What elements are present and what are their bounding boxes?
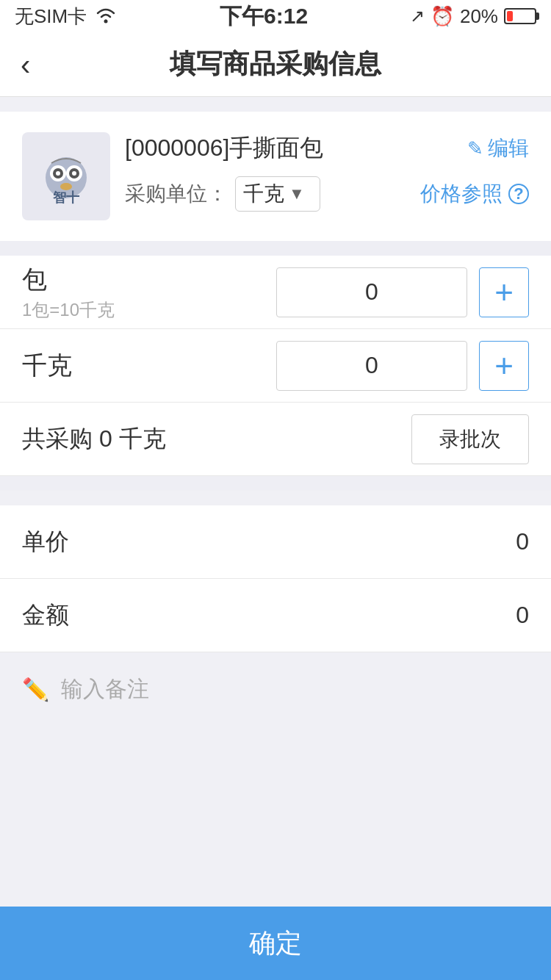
- amount-label: 金额: [22, 599, 69, 632]
- edit-label: 编辑: [488, 134, 529, 162]
- price-ref-button[interactable]: 价格参照 ?: [420, 180, 529, 208]
- kg-label: 千克: [22, 349, 125, 383]
- status-left: 无SIM卡: [15, 4, 118, 29]
- status-time: 下午6:12: [220, 1, 308, 32]
- unit-price-value: 0: [516, 528, 529, 555]
- svg-point-6: [56, 171, 60, 176]
- pencil-icon: ✏️: [22, 677, 49, 702]
- carrier-text: 无SIM卡: [15, 4, 87, 29]
- svg-point-8: [60, 183, 72, 190]
- price-section: 单价 0 金额 0: [0, 505, 551, 652]
- bao-number-input[interactable]: 0: [276, 267, 467, 317]
- amount-value: 0: [516, 602, 529, 629]
- summary-text: 共采购 0 千克: [22, 423, 166, 455]
- page-title: 填写商品采购信息: [170, 46, 381, 82]
- location-icon: ↗: [410, 6, 425, 26]
- kg-input-control: 0 +: [125, 341, 529, 391]
- bao-label-sub: 1包=10千克: [22, 298, 125, 322]
- product-name: [0000006]手撕面包: [125, 132, 323, 165]
- product-info: [0000006]手撕面包 ✎ 编辑 采购单位： 千克 ▼ 价格参照 ?: [125, 132, 529, 212]
- price-ref-label: 价格参照: [420, 180, 503, 208]
- product-top: 智十 [0000006]手撕面包 ✎ 编辑 采购单位： 千克 ▼: [22, 132, 529, 220]
- unit-price-row: 单价 0: [0, 505, 551, 579]
- battery-icon: [504, 8, 536, 24]
- nav-bar: ‹ 填写商品采购信息: [0, 32, 551, 97]
- bao-label: 包 1包=10千克: [22, 263, 125, 322]
- bao-input-row: 包 1包=10千克 0 +: [0, 256, 551, 329]
- kg-number-input[interactable]: 0: [276, 341, 467, 391]
- wifi-icon: [94, 4, 118, 29]
- edit-button[interactable]: ✎ 编辑: [467, 134, 529, 162]
- product-image: 智十: [22, 132, 110, 220]
- kg-input-row: 千克 0 +: [0, 329, 551, 403]
- summary-row: 共采购 0 千克 录批次: [0, 403, 551, 476]
- unit-label: 采购单位： 千克 ▼: [125, 176, 320, 212]
- kg-plus-button[interactable]: +: [479, 341, 529, 391]
- dropdown-arrow-icon: ▼: [289, 184, 305, 203]
- status-bar: 无SIM卡 下午6:12 ↗ ⏰ 20%: [0, 0, 551, 32]
- input-section: 包 1包=10千克 0 + 千克 0 + 共采购 0 千克 录批次: [0, 256, 551, 476]
- svg-text:智十: 智十: [52, 190, 80, 205]
- amount-row: 金额 0: [0, 579, 551, 652]
- unit-price-label: 单价: [22, 526, 69, 558]
- batch-button[interactable]: 录批次: [411, 414, 529, 464]
- battery-percent: 20%: [460, 5, 498, 28]
- unit-label-text: 采购单位：: [125, 180, 228, 208]
- unit-select[interactable]: 千克 ▼: [235, 176, 320, 212]
- svg-point-7: [72, 171, 76, 176]
- product-card: 智十 [0000006]手撕面包 ✎ 编辑 采购单位： 千克 ▼: [0, 112, 551, 241]
- notes-section[interactable]: ✏️ 输入备注: [0, 652, 551, 726]
- status-right: ↗ ⏰ 20%: [410, 5, 536, 28]
- notes-placeholder: 输入备注: [61, 674, 149, 705]
- info-icon: ?: [508, 184, 529, 204]
- bao-plus-button[interactable]: +: [479, 267, 529, 317]
- kg-label-main: 千克: [22, 349, 125, 383]
- svg-point-0: [104, 19, 108, 23]
- back-button[interactable]: ‹: [21, 50, 30, 79]
- section-divider-2: [0, 476, 551, 491]
- edit-icon: ✎: [467, 137, 483, 160]
- product-unit-row: 采购单位： 千克 ▼ 价格参照 ?: [125, 176, 529, 212]
- section-divider-1: [0, 241, 551, 256]
- unit-value: 千克: [243, 180, 284, 208]
- bao-input-control: 0 +: [125, 267, 529, 317]
- alarm-icon: ⏰: [431, 5, 454, 28]
- confirm-button[interactable]: 确定: [0, 907, 551, 980]
- product-name-row: [0000006]手撕面包 ✎ 编辑: [125, 132, 529, 165]
- bao-label-main: 包: [22, 263, 125, 297]
